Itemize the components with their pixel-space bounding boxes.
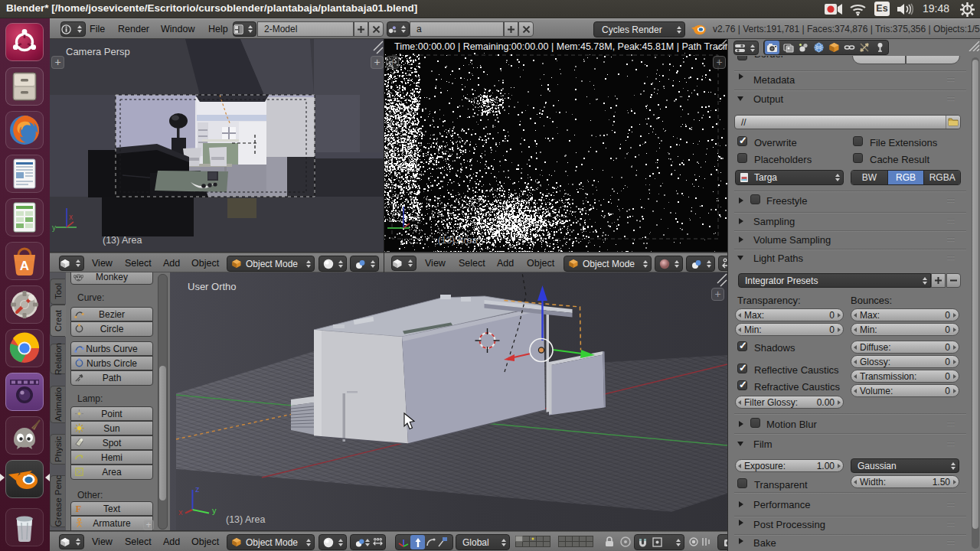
svg-text:A: A — [20, 259, 29, 273]
svg-text:z: z — [195, 484, 200, 494]
svg-text:x: x — [178, 507, 183, 517]
svg-text:y: y — [52, 223, 56, 232]
svg-text:x: x — [69, 213, 73, 221]
svg-text:F: F — [76, 504, 81, 514]
svg-text:y: y — [212, 506, 217, 515]
